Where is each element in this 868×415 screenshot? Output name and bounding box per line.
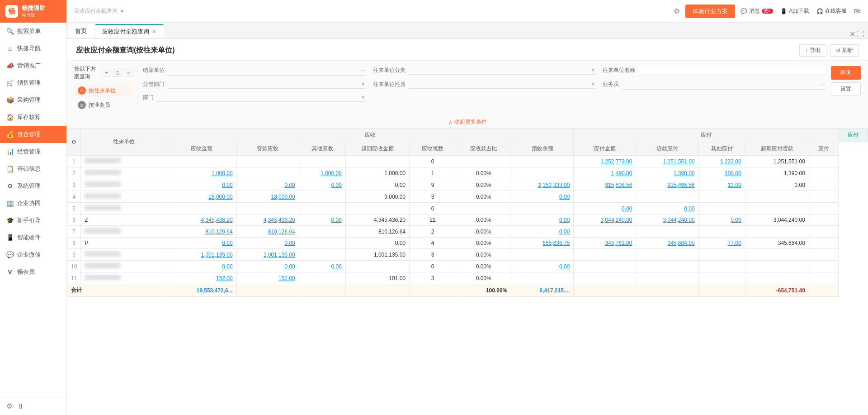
- sidebar-item-smart-hw[interactable]: 📱 智能硬件: [0, 229, 66, 246]
- finance-icon: 💰: [6, 131, 14, 138]
- table-row: 11152.00152.00101.0030.00%: [67, 272, 868, 284]
- filter-partner-nature: 往来单位性质 ▼: [373, 79, 596, 90]
- inventory-icon: 🏠: [6, 114, 14, 121]
- row-num: 5: [67, 203, 81, 215]
- message-label: 消息: [749, 7, 760, 15]
- export-label: 导出: [810, 47, 821, 54]
- row-num: 9: [67, 249, 81, 261]
- division-label: 分管部门: [143, 81, 165, 88]
- message-badge: 99+: [762, 9, 773, 14]
- th-ar-count: 应收笔数: [410, 142, 456, 156]
- corp-wechat-icon: 💬: [6, 251, 14, 258]
- refresh-button[interactable]: ↺ 刷新: [830, 44, 859, 57]
- th-ar-group: 应收: [167, 129, 574, 142]
- beginner-icon: 🎓: [6, 217, 14, 224]
- tab-home-label: 首页: [75, 27, 87, 35]
- filter-label: 按以下方案查询: [74, 65, 100, 81]
- th-ar-other: 其他应收: [299, 142, 345, 156]
- home-icon: ⌂: [6, 45, 14, 52]
- sidebar-item-label: 快捷导航: [17, 44, 41, 52]
- th-ap-amount: 应付金额: [574, 142, 636, 156]
- message-icon: 💬: [741, 8, 747, 14]
- operations-icon: 📊: [6, 148, 14, 155]
- sidebar-item-beginner[interactable]: 🎓 新手引导: [0, 212, 66, 229]
- main-content: 首页 应收应付余额查询 ✕ ✕ ⛶ 应收应付余额查询(按往来单位) ↑ 导出 ↺…: [67, 23, 868, 415]
- sidebar-item-basic-info[interactable]: 📋 基础信息: [0, 160, 66, 177]
- sidebar-item-finance[interactable]: 💰 资金管理: [0, 126, 66, 143]
- partner-name-input[interactable]: [638, 66, 826, 75]
- sidebar-item-label: 基础信息: [17, 165, 41, 173]
- settings-gear-icon[interactable]: ⚙: [674, 7, 680, 15]
- sidebar-item-operations[interactable]: 📊 经营管理: [0, 143, 66, 160]
- tab-close-icon[interactable]: ✕: [152, 29, 156, 35]
- filter-add-btn[interactable]: +: [103, 69, 110, 77]
- logo-icon: 畅: [5, 5, 18, 18]
- th-settings[interactable]: ⚙: [67, 129, 81, 156]
- refresh-icon: ↺: [836, 48, 840, 54]
- cell-partner: [81, 272, 167, 284]
- collapse-more-btn[interactable]: ∧ 收起更多条件: [67, 116, 868, 128]
- partner-nature-label: 往来单位性质: [373, 81, 406, 88]
- collapse-icon: ∧: [448, 119, 453, 125]
- total-ar-amount[interactable]: 19,553,472,6...: [167, 284, 236, 297]
- total-ar-prepay[interactable]: 6,417,215....: [511, 284, 574, 297]
- online-service-btn[interactable]: 🎧 在线客服: [816, 7, 847, 15]
- table-row: 8P0.000.000.0040.00%655,636.75345,761.00…: [67, 238, 868, 249]
- sidebar-item-sales[interactable]: 🛒 销售管理: [0, 74, 66, 91]
- vip-icon: V: [6, 268, 14, 276]
- smart-hw-icon: 📱: [6, 234, 14, 241]
- table-row: 101,252,773.001,251,551.001,222.001,251,…: [67, 156, 868, 167]
- th-ar-prepay: 预收余额: [511, 142, 574, 156]
- partner-nature-arrow[interactable]: ▼: [590, 81, 595, 87]
- cell-partner: P: [81, 238, 167, 249]
- sidebar-item-corp-wechat[interactable]: 💬 企业微信: [0, 246, 66, 263]
- tab-ar-ap[interactable]: 应收应付余额查询 ✕: [95, 24, 164, 38]
- query-buttons: 查询 设置: [831, 65, 861, 111]
- sidebar-item-purchase[interactable]: 📦 采购管理: [0, 91, 66, 109]
- filter-option-by-salesman[interactable]: ⊙ 按业务员: [74, 99, 132, 111]
- breadcrumb-dropdown-icon[interactable]: ▼: [119, 8, 125, 14]
- service-label: 在线客服: [825, 7, 847, 15]
- sidebar-logo: 畅 畅捷通财 标准版: [0, 0, 66, 23]
- division-arrow[interactable]: ▼: [361, 81, 366, 87]
- sidebar-item-corp-collab[interactable]: 🏢 企业协同: [0, 195, 66, 212]
- sidebar-item-quick-nav[interactable]: ⌂ 快捷导航: [0, 40, 66, 57]
- promo-button[interactable]: 体验行业方案: [685, 5, 735, 18]
- export-button[interactable]: ↑ 导出: [799, 44, 826, 57]
- sidebar-item-vip[interactable]: V 畅会员: [0, 263, 66, 281]
- sidebar-item-system[interactable]: ⚙ 系统管理: [0, 177, 66, 195]
- bottom-collapse-icon[interactable]: ⏸: [17, 402, 24, 410]
- breadcrumb: 应收应付余额查询 ▼: [74, 7, 668, 15]
- sidebar-item-inventory[interactable]: 🏠 库存核算: [0, 109, 66, 126]
- partner-option-icon: ⊙: [78, 86, 86, 95]
- row-num: 4: [67, 191, 81, 203]
- department-arrow[interactable]: ▼: [361, 95, 366, 100]
- filter-settings-btn[interactable]: ⊙: [113, 69, 122, 77]
- app-download-btn[interactable]: 📱 App下载: [780, 7, 809, 15]
- total-ap-last: [809, 284, 838, 297]
- salesman-dots[interactable]: ···: [820, 81, 826, 88]
- page-title: 应收应付余额查询(按往来单位): [76, 46, 175, 55]
- search-menu-icon: 🔍: [6, 28, 14, 35]
- window-close-icon[interactable]: ✕: [849, 30, 855, 38]
- message-btn[interactable]: 💬 消息 99+: [741, 7, 773, 15]
- total-ar-other: [299, 284, 345, 297]
- fullscreen-icon[interactable]: ⛶: [857, 30, 864, 38]
- settlement-unit-dots[interactable]: ···: [360, 67, 366, 74]
- query-button[interactable]: 查询: [831, 66, 861, 80]
- table-row: 500.000.00: [67, 203, 868, 215]
- cell-partner: [81, 261, 167, 272]
- setting-button[interactable]: 设置: [831, 82, 861, 95]
- total-ar-loan: [236, 284, 299, 297]
- partner-category-arrow[interactable]: ▼: [590, 67, 595, 73]
- filter-collapse-btn[interactable]: «: [125, 69, 132, 77]
- salesman-label: 业务员: [603, 81, 619, 88]
- sidebar-item-marketing[interactable]: 📣 营销推广: [0, 57, 66, 74]
- filter-option-by-partner[interactable]: ⊙ 按往来单位: [74, 84, 132, 97]
- bottom-settings-icon[interactable]: ⚙: [6, 402, 13, 410]
- tab-home[interactable]: 首页: [68, 24, 94, 38]
- user-name[interactable]: Rit: [854, 8, 861, 14]
- sidebar-item-search-menu[interactable]: 🔍 搜索菜单: [0, 23, 66, 40]
- data-table: ⚙ 往来单位 应收 应付 应付 应收金额 贷款应收 其他应收 超期应收金额 应收…: [67, 128, 868, 297]
- filter-fields: 结算单位 ··· 往来单位分类 ▼ 往来单位名称 分管部: [143, 65, 826, 111]
